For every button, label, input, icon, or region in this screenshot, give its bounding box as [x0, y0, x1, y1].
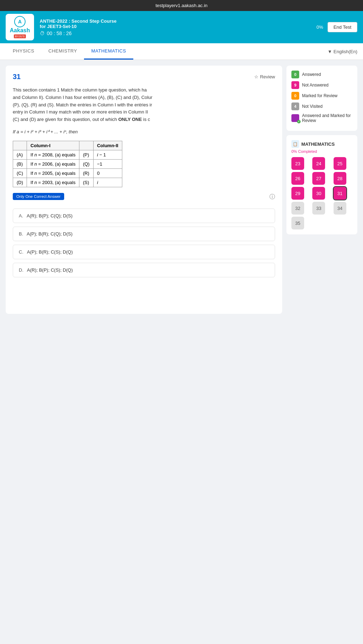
option-c-label: C.	[19, 249, 23, 255]
q-btn-31[interactable]: 31	[334, 187, 346, 200]
row3-col1-text: If n = 2005, (a) equals	[27, 168, 79, 178]
only-one-emphasis: ONLY ONE	[118, 117, 142, 122]
row3-col1-label: (C)	[13, 168, 27, 178]
progress-percent: 0%	[317, 24, 323, 30]
not-visited-badge: 4	[291, 102, 299, 110]
row1-col2-text: i − 1	[93, 150, 122, 159]
q-btn-35[interactable]: 35	[291, 217, 304, 229]
options-list: A. A(R); B(P); C(Q); D(S) B. A(P); B(R);…	[13, 209, 275, 277]
row1-col2-label: (P)	[79, 150, 93, 159]
table-header-col2: Column-II	[93, 141, 122, 150]
table-row: (C) If n = 2005, (a) equals (R) 0	[13, 168, 122, 178]
table-row: (D) If n = 2003, (a) equals (S) i	[13, 178, 122, 187]
section-title-text: MATHEMATICS	[301, 141, 335, 147]
option-d[interactable]: D. A(R); B(P); C(S); D(Q)	[13, 263, 275, 277]
tab-mathematics[interactable]: MATHEMATICS	[84, 43, 133, 60]
row2-col2-label: (Q)	[79, 159, 93, 168]
chevron-down-icon: ▼	[328, 49, 332, 54]
row2-col1-text: If n = 2006, (a) equals	[27, 159, 79, 168]
answer-type-badge: Only One Correct Answer	[13, 193, 64, 200]
legend-not-visited: 4 Not Visited	[291, 102, 352, 110]
option-b-label: B.	[19, 231, 23, 237]
not-answered-badge: 9	[291, 81, 299, 89]
row3-col2-label: (R)	[79, 168, 93, 178]
table-row: (A) If n = 2008, (a) equals (P) i − 1	[13, 150, 122, 159]
q-btn-29[interactable]: 29	[291, 187, 304, 200]
end-test-button[interactable]: End Test	[328, 22, 357, 32]
marked-badge: 0	[291, 92, 299, 100]
question-formula: If a = i + i² + i³ + i⁴ + ... + iⁿ, then	[13, 128, 275, 136]
language-selector[interactable]: ▼ English(En)	[328, 49, 357, 54]
section-icon: 📋	[291, 140, 299, 148]
app-header: A Aakash BYJU'S ANTHE-2022 : Second Step…	[0, 11, 363, 43]
question-panel: 31 ☆ Review This section contains 1 Matc…	[6, 66, 282, 314]
question-number: 31	[13, 73, 21, 81]
legend-marked: 0 Marked for Review	[291, 92, 352, 100]
info-icon[interactable]: ⓘ	[269, 193, 275, 201]
test-title: ANTHE-2022 : Second Step Course for JEET…	[40, 18, 311, 29]
table-header-empty	[13, 141, 27, 150]
q-btn-23[interactable]: 23	[291, 157, 304, 170]
timer-value: 00 : 58 : 26	[47, 30, 72, 36]
q-btn-30[interactable]: 30	[312, 187, 325, 200]
browser-url-bar: testplayerv1.aakash.ac.in	[0, 0, 363, 11]
legend-card: 0 Answered 9 Not Answered 0 Marked for R…	[286, 66, 357, 131]
q-btn-27[interactable]: 27	[312, 172, 325, 185]
tab-navigation: PHYSICS CHEMISTRY MATHEMATICS ▼ English(…	[0, 43, 363, 60]
logo-icon: A	[14, 16, 26, 27]
option-a[interactable]: A. A(R); B(P); C(Q); D(S)	[13, 209, 275, 223]
row4-col1-text: If n = 2003, (a) equals	[27, 178, 79, 187]
main-content: 31 ☆ Review This section contains 1 Matc…	[0, 60, 363, 320]
option-d-label: D.	[19, 267, 23, 273]
question-description: This section contains 1 Match the column…	[13, 87, 275, 123]
option-b-text: A(P); B(R); C(Q); D(S)	[27, 231, 72, 237]
ans-marked-label: Answered and Marked for Review	[302, 113, 352, 123]
section-card: 📋 MATHEMATICS 0% Completed 23 24 25 26 2…	[286, 135, 357, 234]
url-text: testplayerv1.aakash.ac.in	[156, 3, 208, 8]
row4-col1-label: (D)	[13, 178, 27, 187]
table-header-col2-label	[79, 141, 93, 150]
answered-label: Answered	[302, 72, 321, 77]
option-c-text: A(P); B(R); C(S); D(Q)	[27, 249, 73, 255]
row2-col1-label: (B)	[13, 159, 27, 168]
not-visited-label: Not Visited	[302, 104, 323, 109]
row4-col2-text: i	[93, 178, 122, 187]
logo-name: Aakash	[10, 27, 30, 34]
header-right: 0% End Test	[317, 22, 357, 32]
header-info: ANTHE-2022 : Second Step Course for JEET…	[40, 18, 311, 36]
match-table: Column-I Column-II (A) If n = 2008, (a) …	[13, 141, 122, 187]
not-answered-label: Not Answered	[302, 83, 329, 88]
q-btn-32[interactable]: 32	[291, 202, 304, 215]
q-btn-28[interactable]: 28	[334, 172, 346, 185]
q-btn-25[interactable]: 25	[334, 157, 346, 170]
row2-col2-text: −1	[93, 159, 122, 168]
row1-col1-label: (A)	[13, 150, 27, 159]
clock-icon: ⏱	[40, 30, 45, 36]
q-btn-26[interactable]: 26	[291, 172, 304, 185]
sidebar: 0 Answered 9 Not Answered 0 Marked for R…	[286, 66, 357, 314]
logo: A Aakash BYJU'S	[6, 14, 34, 40]
legend-ans-marked: Answered and Marked for Review	[291, 113, 352, 123]
review-label: Review	[260, 74, 275, 79]
option-c[interactable]: C. A(P); B(R); C(S); D(Q)	[13, 245, 275, 259]
star-icon: ☆	[254, 74, 258, 79]
ans-marked-badge	[291, 114, 299, 122]
option-a-text: A(R); B(P); C(Q); D(S)	[27, 213, 72, 218]
table-row: (B) If n = 2006, (a) equals (Q) −1	[13, 159, 122, 168]
tab-physics[interactable]: PHYSICS	[6, 43, 41, 60]
option-b[interactable]: B. A(P); B(R); C(Q); D(S)	[13, 227, 275, 241]
row4-col2-label: (S)	[79, 178, 93, 187]
tab-chemistry[interactable]: CHEMISTRY	[41, 43, 84, 60]
table-header-col1: Column-I	[27, 141, 79, 150]
q-btn-34[interactable]: 34	[334, 202, 346, 215]
option-a-label: A.	[19, 213, 23, 218]
legend-not-answered: 9 Not Answered	[291, 81, 352, 89]
answered-badge: 0	[291, 71, 299, 78]
review-button[interactable]: ☆ Review	[254, 74, 275, 79]
q-btn-24[interactable]: 24	[312, 157, 325, 170]
language-label: English(En)	[334, 49, 357, 54]
timer: ⏱ 00 : 58 : 26	[40, 30, 311, 36]
logo-sub: BYJU'S	[14, 34, 26, 38]
q-btn-33[interactable]: 33	[312, 202, 325, 215]
row1-col1-text: If n = 2008, (a) equals	[27, 150, 79, 159]
